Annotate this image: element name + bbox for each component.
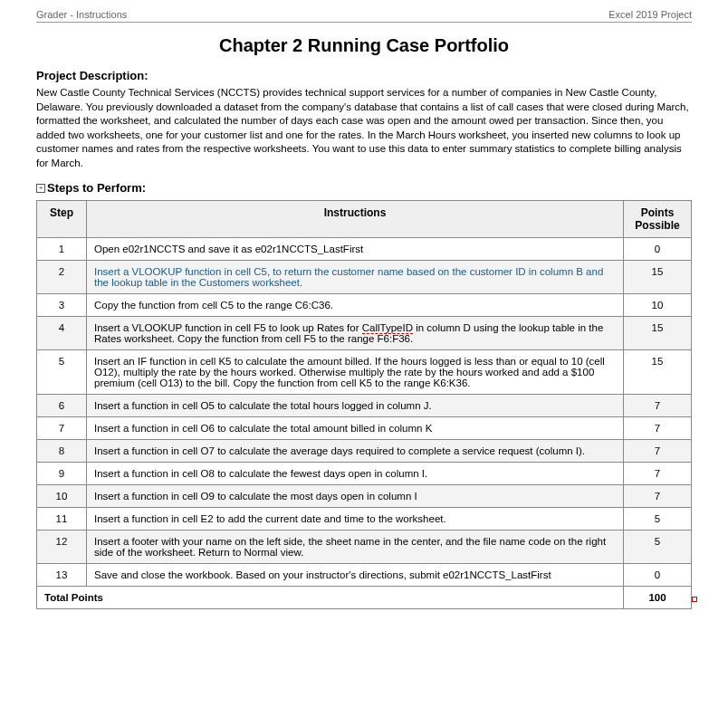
step-instructions: Insert an IF function in cell K5 to calc…	[87, 350, 624, 395]
project-description-text: New Castle County Technical Services (NC…	[36, 86, 692, 170]
step-points: 7	[624, 395, 692, 417]
step-instructions: Insert a function in cell O9 to calculat…	[87, 485, 624, 508]
step-points: 0	[624, 238, 692, 261]
table-row: 2Insert a VLOOKUP function in cell C5, t…	[37, 261, 692, 294]
step-instructions: Copy the function from cell C5 to the ra…	[87, 294, 624, 317]
spellcheck-marked-text: CallTypeID	[362, 322, 413, 334]
step-points: 5	[624, 531, 692, 564]
step-points: 15	[624, 350, 692, 395]
step-number: 2	[37, 261, 87, 294]
total-label: Total Points	[37, 587, 624, 609]
header-bar: Grader - Instructions Excel 2019 Project	[36, 9, 692, 23]
step-number: 5	[37, 350, 87, 395]
table-row: 10Insert a function in cell O9 to calcul…	[37, 485, 692, 508]
step-instructions: Insert a VLOOKUP function in cell C5, to…	[87, 261, 624, 294]
th-step: Step	[37, 201, 87, 238]
step-instructions: Open e02r1NCCTS and save it as e02r1NCCT…	[87, 238, 624, 261]
step-points: 15	[624, 317, 692, 350]
step-instructions: Insert a function in cell E2 to add the …	[87, 508, 624, 531]
table-row: 6Insert a function in cell O5 to calcula…	[37, 395, 692, 417]
step-points: 7	[624, 417, 692, 440]
step-number: 13	[37, 564, 87, 587]
step-instructions: Insert a function in cell O5 to calculat…	[87, 395, 624, 417]
steps-heading-row: + Steps to Perform:	[36, 181, 692, 195]
table-row: 13Save and close the workbook. Based on …	[37, 564, 692, 587]
th-points: Points Possible	[624, 201, 692, 238]
steps-table: Step Instructions Points Possible 1Open …	[36, 200, 692, 609]
table-row: 12Insert a footer with your name on the …	[37, 531, 692, 564]
step-number: 12	[37, 531, 87, 564]
step-points: 7	[624, 463, 692, 485]
steps-to-perform-label: Steps to Perform:	[47, 181, 146, 195]
step-instructions: Insert a function in cell O7 to calculat…	[87, 440, 624, 463]
step-instructions: Insert a footer with your name on the le…	[87, 531, 624, 564]
document-page: Grader - Instructions Excel 2019 Project…	[0, 0, 728, 633]
step-number: 10	[37, 485, 87, 508]
expand-icon[interactable]: +	[36, 184, 45, 193]
header-right: Excel 2019 Project	[608, 9, 692, 20]
table-row: 9Insert a function in cell O8 to calcula…	[37, 463, 692, 485]
table-footer-row: Total Points 100	[37, 587, 692, 609]
table-row: 11Insert a function in cell E2 to add th…	[37, 508, 692, 531]
total-points: 100	[624, 587, 692, 609]
step-number: 3	[37, 294, 87, 317]
step-number: 8	[37, 440, 87, 463]
table-row: 3Copy the function from cell C5 to the r…	[37, 294, 692, 317]
step-points: 5	[624, 508, 692, 531]
table-row: 8Insert a function in cell O7 to calcula…	[37, 440, 692, 463]
step-number: 1	[37, 238, 87, 261]
th-instructions: Instructions	[87, 201, 624, 238]
step-number: 7	[37, 417, 87, 440]
step-points: 15	[624, 261, 692, 294]
step-instructions: Save and close the workbook. Based on yo…	[87, 564, 624, 587]
table-row: 7Insert a function in cell O6 to calcula…	[37, 417, 692, 440]
page-title: Chapter 2 Running Case Portfolio	[36, 35, 692, 56]
step-points: 7	[624, 485, 692, 508]
project-description-label: Project Description:	[36, 69, 692, 82]
step-points: 0	[624, 564, 692, 587]
table-row: 5Insert an IF function in cell K5 to cal…	[37, 350, 692, 395]
step-points: 10	[624, 294, 692, 317]
step-number: 6	[37, 395, 87, 417]
step-number: 9	[37, 463, 87, 485]
step-points: 7	[624, 440, 692, 463]
table-row: 4Insert a VLOOKUP function in cell F5 to…	[37, 317, 692, 350]
table-row: 1Open e02r1NCCTS and save it as e02r1NCC…	[37, 238, 692, 261]
step-instructions: Insert a function in cell O8 to calculat…	[87, 463, 624, 485]
table-header-row: Step Instructions Points Possible	[37, 201, 692, 238]
step-instructions: Insert a function in cell O6 to calculat…	[87, 417, 624, 440]
header-left: Grader - Instructions	[36, 9, 127, 20]
step-instructions: Insert a VLOOKUP function in cell F5 to …	[87, 317, 624, 350]
step-number: 11	[37, 508, 87, 531]
step-number: 4	[37, 317, 87, 350]
